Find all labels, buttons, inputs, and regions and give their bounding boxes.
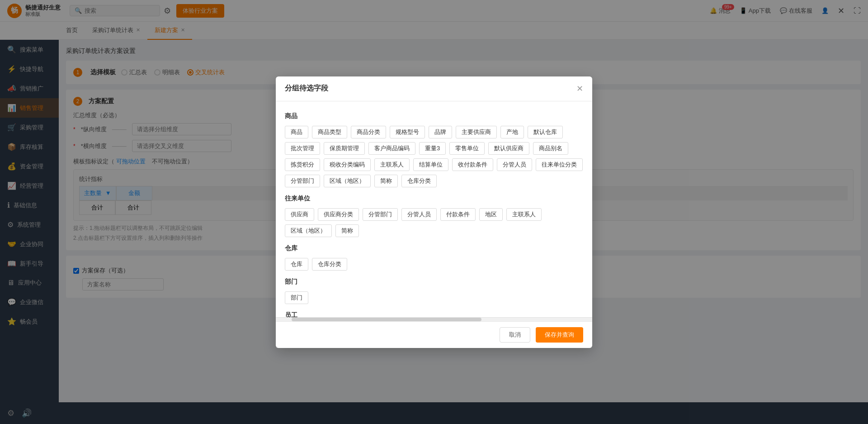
tag-product-13[interactable]: 默认供应商: [488, 142, 529, 155]
tag-product-24[interactable]: 简称: [374, 175, 398, 187]
section-warehouse-tags: 仓库 仓库分类: [285, 258, 583, 271]
tag-product-3[interactable]: 规格型号: [390, 126, 425, 138]
tag-product-2[interactable]: 商品分类: [351, 126, 386, 138]
section-dept-title: 部门: [285, 278, 583, 286]
tag-partner-4[interactable]: 付款条件: [440, 208, 476, 221]
dialog-close-btn[interactable]: ✕: [576, 84, 583, 94]
dialog-footer: 取消 保存并查询: [276, 321, 592, 348]
section-product-title: 商品: [285, 112, 583, 120]
tag-partner-6[interactable]: 主联系人: [506, 208, 542, 221]
tag-product-12[interactable]: 零售单位: [449, 142, 485, 155]
scrollbar-thumb-h: [292, 318, 481, 321]
tag-product-7[interactable]: 默认仓库: [528, 126, 563, 138]
dialog-h-scrollbar[interactable]: [276, 317, 592, 321]
tag-product-11[interactable]: 重量3: [419, 142, 446, 155]
tag-product-9[interactable]: 保质期管理: [324, 142, 365, 155]
tag-product-20[interactable]: 分管人员: [497, 158, 532, 171]
tag-partner-7[interactable]: 区域（地区）: [285, 224, 332, 237]
tag-product-22[interactable]: 分管部门: [285, 175, 320, 187]
dialog-title: 分组待选字段: [285, 84, 328, 93]
tag-product-14[interactable]: 商品别名: [533, 142, 568, 155]
tag-partner-1[interactable]: 供应商分类: [318, 208, 359, 221]
tag-partner-3[interactable]: 分管人员: [401, 208, 437, 221]
tag-product-0[interactable]: 商品: [285, 126, 308, 138]
section-warehouse-title: 仓库: [285, 244, 583, 252]
section-partner-tags: 供应商 供应商分类 分管部门 分管人员 付款条件 地区 主联系人 区域（地区） …: [285, 208, 583, 237]
tag-product-6[interactable]: 产地: [500, 126, 524, 138]
tag-product-15[interactable]: 拣货积分: [285, 158, 320, 171]
tag-product-17[interactable]: 主联系人: [374, 158, 410, 171]
tag-partner-8[interactable]: 简称: [335, 224, 359, 237]
tag-product-25[interactable]: 仓库分类: [401, 175, 437, 187]
tag-product-10[interactable]: 客户商品编码: [368, 142, 415, 155]
tag-product-19[interactable]: 收付款条件: [452, 158, 493, 171]
tag-partner-2[interactable]: 分管部门: [363, 208, 398, 221]
section-dept-tags: 部门: [285, 291, 583, 304]
section-employee-title: 员工: [285, 311, 583, 317]
tag-product-1[interactable]: 商品类型: [312, 126, 347, 138]
tag-product-21[interactable]: 往来单位分类: [536, 158, 583, 171]
tag-product-4[interactable]: 品牌: [429, 126, 452, 138]
dialog-header: 分组待选字段 ✕: [276, 76, 592, 101]
tag-dept-0[interactable]: 部门: [285, 291, 308, 304]
tag-product-23[interactable]: 区域（地区）: [324, 175, 371, 187]
tag-partner-5[interactable]: 地区: [479, 208, 503, 221]
section-partner-title: 往来单位: [285, 195, 583, 203]
tag-partner-0[interactable]: 供应商: [285, 208, 314, 221]
dialog-body[interactable]: 商品 商品 商品类型 商品分类 规格型号 品牌 主要供应商 产地 默认仓库 批次…: [276, 101, 592, 317]
cancel-button[interactable]: 取消: [500, 327, 530, 343]
section-product-tags: 商品 商品类型 商品分类 规格型号 品牌 主要供应商 产地 默认仓库 批次管理 …: [285, 126, 583, 187]
tag-product-18[interactable]: 结算单位: [413, 158, 448, 171]
tag-product-5[interactable]: 主要供应商: [456, 126, 497, 138]
confirm-button[interactable]: 保存并查询: [536, 327, 583, 343]
tag-warehouse-1[interactable]: 仓库分类: [312, 258, 347, 271]
tag-warehouse-0[interactable]: 仓库: [285, 258, 308, 271]
tag-product-16[interactable]: 税收分类编码: [324, 158, 371, 171]
dialog: 分组待选字段 ✕ 商品 商品 商品类型 商品分类 规格型号 品牌 主要供应商 产…: [276, 76, 592, 348]
tag-product-8[interactable]: 批次管理: [285, 142, 320, 155]
